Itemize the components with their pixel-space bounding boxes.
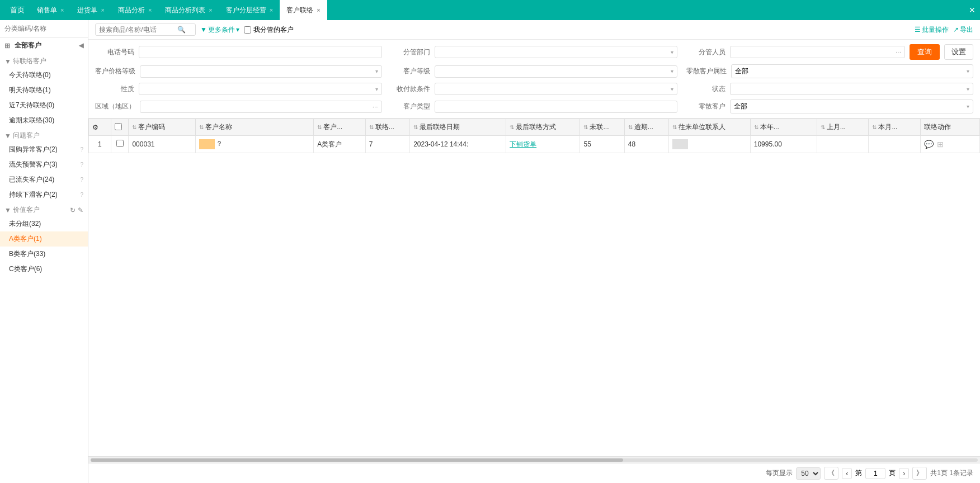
nav-purchase[interactable]: 进货单 × [70, 0, 111, 20]
filter-right-actions: ☰ 批量操作 ↗ 导出 [915, 25, 973, 35]
comment-icon[interactable]: 💬 [924, 140, 934, 149]
filter-icon: ▼ [200, 26, 207, 34]
scroll-thumb[interactable] [91, 458, 623, 462]
refresh-icon[interactable]: ↻ [70, 206, 76, 214]
manager-input[interactable] [734, 48, 896, 56]
nav-sales[interactable]: 销售单 × [30, 0, 70, 20]
filter-row-price-level: 客户价格等级 ▾ [95, 64, 382, 78]
table-row: 1 000031 ？ A类客户 7 2023-04-12 14:44: 下销货单 [89, 136, 980, 153]
filter-row-retail-attr: 零散客户属性 全部 ▾ [686, 64, 973, 78]
region-dots-icon[interactable]: ··· [373, 103, 378, 111]
filter-price-level-dropdown[interactable]: ▾ [140, 65, 382, 78]
nature-arrow-icon: ▾ [375, 86, 378, 92]
edit-icon[interactable]: ✎ [78, 206, 83, 214]
select-all-checkbox[interactable] [115, 123, 122, 130]
region-input[interactable] [144, 103, 373, 111]
row-checkbox[interactable] [116, 140, 124, 147]
sidebar-collapse-btn[interactable]: ◀ [79, 42, 83, 49]
filter-dept-dropdown[interactable]: ▾ [435, 46, 678, 58]
nav-close-purchase[interactable]: × [101, 7, 104, 13]
sidebar-item-hoarder[interactable]: 囤购异常客户(2) ? [0, 142, 88, 157]
nav-analysis-list[interactable]: 商品分析列表 × [158, 0, 219, 20]
filter-more-btn[interactable]: ▼ 更多条件 ▾ [200, 25, 239, 35]
query-button[interactable]: 查询 [910, 44, 940, 60]
window-close-icon[interactable]: ✕ [969, 6, 976, 15]
help-icon-churned[interactable]: ? [80, 177, 83, 183]
nav-close-analysis[interactable]: × [148, 7, 152, 13]
nature-input[interactable] [143, 85, 375, 93]
sidebar-item-7days[interactable]: 近7天待联络(0) [0, 98, 88, 113]
filter-row-status: 状态 ▾ [686, 83, 973, 95]
nav-close-customer-tier[interactable]: × [270, 7, 273, 13]
filter-phone-input[interactable] [139, 46, 382, 58]
filter-status-dropdown[interactable]: ▾ [730, 83, 973, 95]
sidebar-item-class-c[interactable]: C类客户(6) [0, 262, 88, 277]
sort-icon-no-contact: ⇅ [583, 124, 588, 130]
batch-op-button[interactable]: ☰ 批量操作 [915, 25, 949, 35]
horizontal-scrollbar[interactable] [88, 456, 980, 463]
export-button[interactable]: ↗ 导出 [953, 25, 973, 35]
prev-page-btn[interactable]: ‹ [842, 468, 852, 479]
sidebar-item-declining[interactable]: 持续下滑客户(2) ? [0, 187, 88, 202]
sidebar-item-today[interactable]: 今天待联络(0) [0, 68, 88, 83]
nav-home[interactable]: 首页 [4, 0, 30, 20]
price-level-arrow-icon: ▾ [375, 68, 378, 74]
link-icon[interactable]: ⊞ [937, 140, 944, 149]
filter-search-input[interactable] [99, 26, 177, 34]
last-contact-way-link[interactable]: 下销货单 [510, 140, 536, 148]
nav-customer-tier[interactable]: 客户分层经营 × [219, 0, 280, 20]
nav-customer-contact[interactable]: 客户联络 × [280, 0, 327, 20]
sidebar-item-unclassified[interactable]: 未分组(32) [0, 216, 88, 231]
nav-analysis[interactable]: 商品分析 × [111, 0, 158, 20]
payment-input[interactable] [439, 85, 671, 93]
sidebar-item-tomorrow[interactable]: 明天待联络(1) [0, 83, 88, 98]
status-input[interactable] [734, 85, 967, 93]
my-customers-checkbox[interactable] [244, 26, 251, 34]
nav-close-customer-contact[interactable]: × [317, 7, 320, 13]
filter-retail-dropdown[interactable]: 全部 ▾ [730, 100, 973, 113]
page-num-input[interactable] [865, 468, 885, 479]
sort-icon-last-month: ⇅ [821, 124, 825, 130]
sidebar-item-churn-risk[interactable]: 流失预警客户(3) ? [0, 157, 88, 172]
sidebar-search-wrap: 🔍 [0, 20, 88, 37]
unit-contact-placeholder [672, 139, 688, 149]
filter-payment-dropdown[interactable]: ▾ [435, 83, 678, 95]
next-page-btn[interactable]: › [899, 468, 909, 479]
filter-search-icon[interactable]: 🔍 [177, 26, 186, 34]
dept-input[interactable] [439, 48, 671, 56]
cust-level-arrow-icon: ▾ [671, 68, 673, 74]
sidebar-group-value: ▼ 价值客户 ↻ ✎ [0, 202, 88, 216]
filter-cust-type-input[interactable] [435, 101, 678, 113]
manager-dots-icon[interactable]: ··· [896, 48, 901, 56]
nav-close-sales[interactable]: × [60, 7, 64, 13]
sidebar-item-churned[interactable]: 已流失客户(24) ? [0, 172, 88, 187]
sidebar-search-input[interactable] [4, 25, 88, 32]
help-icon-hoarder[interactable]: ? [80, 146, 83, 153]
sidebar-item-overdue[interactable]: 逾期未联络(30) [0, 113, 88, 128]
filter-manager-input[interactable]: ··· [730, 46, 905, 58]
cust-level-input[interactable] [439, 68, 671, 75]
settings-button[interactable]: 设置 [944, 44, 973, 60]
cust-type-input[interactable] [439, 103, 674, 111]
help-icon-declining[interactable]: ? [80, 192, 83, 198]
row-this-month [869, 136, 921, 153]
first-page-btn[interactable]: 《 [824, 467, 838, 480]
filter-row-phone: 电话号码 [95, 44, 382, 60]
price-level-input[interactable] [144, 68, 375, 75]
nav-close-analysis-list[interactable]: × [209, 7, 212, 13]
filter-row-dept: 分管部门 ▾ [391, 44, 678, 60]
my-customers-checkbox-wrap[interactable]: 我分管的客户 [244, 25, 294, 35]
filter-cust-level-dropdown[interactable]: ▾ [435, 65, 678, 78]
filter-retail-attr-dropdown[interactable]: 全部 ▾ [731, 64, 973, 78]
phone-input[interactable] [143, 48, 378, 56]
sort-icon-this-year: ⇅ [754, 124, 758, 130]
sidebar-item-class-b[interactable]: B类客户(33) [0, 247, 88, 262]
filter-search-wrap: 🔍 [95, 23, 196, 36]
help-icon-churn-risk[interactable]: ? [80, 162, 83, 168]
per-page-select[interactable]: 50 [796, 467, 821, 480]
filter-region-input[interactable]: ··· [140, 101, 382, 113]
sidebar-item-class-a[interactable]: A类客户(1) [0, 231, 88, 247]
sidebar-all-customers[interactable]: ⊞ 全部客户 ◀ [0, 37, 88, 54]
last-page-btn[interactable]: 》 [912, 467, 927, 480]
filter-nature-dropdown[interactable]: ▾ [139, 83, 382, 95]
